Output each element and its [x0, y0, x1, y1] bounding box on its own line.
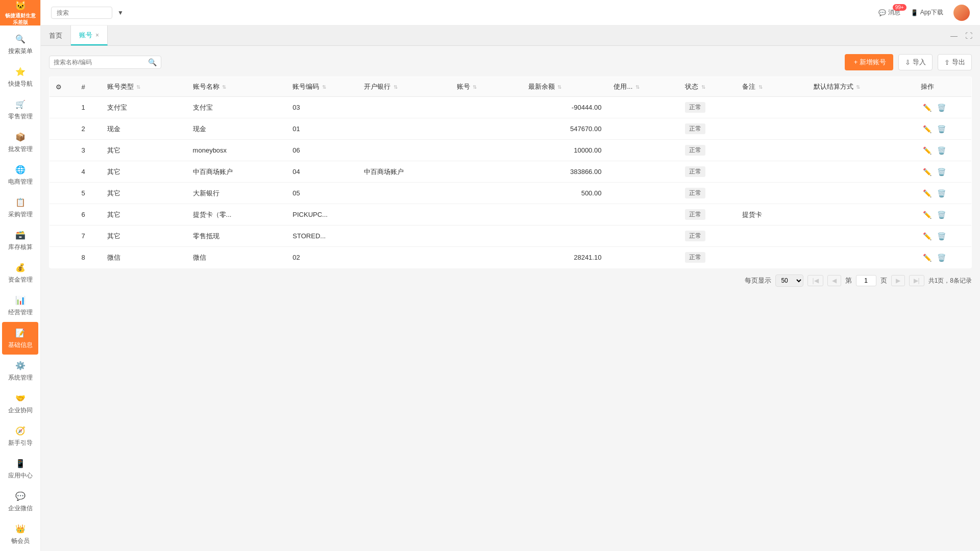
sidebar-item-vip[interactable]: 👑畅会员	[0, 518, 40, 550]
sidebar-item-basic-info[interactable]: 📝基础信息	[2, 322, 38, 355]
add-account-button[interactable]: + 新增账号	[845, 54, 893, 70]
tab-home[interactable]: 首页	[41, 26, 71, 45]
col-default-header[interactable]: 默认结算方式 ⇅	[807, 77, 915, 97]
edit-button-2[interactable]: ✏️	[921, 145, 934, 156]
app-logo: 🐱 畅捷通财生意乐差版	[0, 0, 40, 26]
row-status-6: 正常	[679, 226, 736, 247]
tab-maximize-button[interactable]: ⛶	[963, 31, 975, 41]
table-row: 2 现金 现金 01 547670.00 正常 ✏️ 🗑️	[50, 118, 972, 140]
delete-button-4[interactable]: 🗑️	[935, 188, 948, 198]
edit-button-1[interactable]: ✏️	[921, 124, 934, 134]
page-next-button[interactable]: ▶	[891, 275, 905, 286]
sidebar-item-purchase[interactable]: 📋采购管理	[0, 191, 40, 224]
sidebar-item-quick-nav[interactable]: ⭐快捷导航	[0, 61, 40, 93]
row-op-7: ✏️ 🗑️	[915, 247, 972, 268]
page-first-button[interactable]: |◀	[807, 275, 823, 286]
sidebar-item-app-center[interactable]: 📱应用中心	[0, 453, 40, 485]
col-name-header[interactable]: 账号名称 ⇅	[187, 77, 287, 97]
col-type-header[interactable]: 账号类型 ⇅	[101, 77, 187, 97]
sidebar-item-ecommerce[interactable]: 🌐电商管理	[0, 159, 40, 191]
row-default-6	[807, 226, 915, 247]
sidebar-item-finance[interactable]: 💰资金管理	[0, 257, 40, 289]
delete-button-3[interactable]: 🗑️	[935, 167, 948, 177]
row-code-0: 03	[286, 97, 358, 118]
edit-button-7[interactable]: ✏️	[921, 253, 934, 263]
tab-account[interactable]: 账号 ×	[71, 26, 108, 45]
status-badge-4: 正常	[685, 188, 705, 198]
row-usage-0	[607, 97, 679, 118]
delete-button-7[interactable]: 🗑️	[935, 253, 948, 263]
row-remark-1	[736, 118, 807, 140]
row-balance-5	[522, 204, 608, 226]
col-account-header[interactable]: 账号 ⇅	[451, 77, 522, 97]
page-prev-button[interactable]: ◀	[827, 275, 841, 286]
search-input[interactable]	[54, 59, 148, 66]
edit-button-5[interactable]: ✏️	[921, 210, 934, 220]
sidebar-item-retail[interactable]: 🛒零售管理	[0, 93, 40, 126]
sidebar-label-enterprise: 企业协同	[8, 406, 33, 415]
row-remark-5: 提货卡	[736, 204, 807, 226]
sidebar-item-search-menu[interactable]: 🔍搜索菜单	[0, 28, 40, 61]
pagination-bar: 每页显示 50 20 100 |◀ ◀ 第 页 ▶ ▶| 共1页，8条记录	[49, 268, 972, 287]
status-badge-1: 正常	[685, 123, 705, 134]
message-button[interactable]: 💬 消息 99+	[878, 8, 900, 17]
status-badge-6: 正常	[685, 231, 705, 241]
sidebar-item-inventory[interactable]: 🗃️库存核算	[0, 224, 40, 257]
tab-close-button[interactable]: ×	[95, 32, 99, 39]
col-bank-header[interactable]: 开户银行 ⇅	[358, 77, 451, 97]
import-button[interactable]: ⇩ 导入	[898, 54, 933, 70]
header-dropdown[interactable]: ▼	[117, 9, 124, 16]
row-default-1	[807, 118, 915, 140]
search-wrap: 🔍	[49, 56, 161, 69]
tab-minimize-button[interactable]: —	[948, 31, 960, 41]
page-last-button[interactable]: ▶|	[909, 275, 924, 286]
sidebar-item-guide[interactable]: 🧭新手引导	[0, 420, 40, 453]
page-number-input[interactable]	[856, 275, 876, 286]
row-no-6: 7	[76, 226, 101, 247]
finance-icon: 💰	[15, 262, 26, 274]
app-download-button[interactable]: 📱 App下载	[911, 8, 943, 17]
row-usage-2	[607, 140, 679, 161]
row-op-0: ✏️ 🗑️	[915, 97, 972, 118]
status-badge-7: 正常	[685, 252, 705, 263]
edit-button-4[interactable]: ✏️	[921, 188, 934, 198]
delete-button-1[interactable]: 🗑️	[935, 124, 948, 134]
row-no-0: 1	[76, 97, 101, 118]
sidebar-item-operation[interactable]: 📊经营管理	[0, 289, 40, 322]
basic-info-icon: 📝	[15, 327, 26, 339]
delete-button-6[interactable]: 🗑️	[935, 231, 948, 241]
tab-bar-actions: — ⛶	[948, 31, 980, 41]
sidebar-item-enterprise-wechat[interactable]: 💬企业微信	[0, 485, 40, 518]
row-no-5: 6	[76, 204, 101, 226]
col-code-header[interactable]: 账号编码 ⇅	[286, 77, 358, 97]
row-settings-6	[50, 226, 76, 247]
edit-button-6[interactable]: ✏️	[921, 231, 934, 241]
row-usage-5	[607, 204, 679, 226]
delete-button-5[interactable]: 🗑️	[935, 210, 948, 220]
col-remark-header[interactable]: 备注 ⇅	[736, 77, 807, 97]
sort-icon-usage: ⇅	[635, 84, 640, 90]
avatar[interactable]	[953, 5, 970, 21]
export-button[interactable]: ⇧ 导出	[938, 54, 972, 70]
row-default-4	[807, 183, 915, 204]
row-op-6: ✏️ 🗑️	[915, 226, 972, 247]
col-balance-header[interactable]: 最新余额 ⇅	[522, 77, 608, 97]
edit-button-0[interactable]: ✏️	[921, 103, 934, 113]
import-label: 导入	[913, 58, 926, 67]
row-status-5: 正常	[679, 204, 736, 226]
table-row: 6 其它 提货卡（零... PICKUPC... 正常 提货卡 ✏️ 🗑️	[50, 204, 972, 226]
mobile-icon: 📱	[911, 9, 918, 16]
page-size-select[interactable]: 50 20 100	[775, 274, 803, 287]
sidebar-item-wholesale[interactable]: 📦批发管理	[0, 126, 40, 159]
header-search-input[interactable]	[51, 7, 112, 19]
delete-button-2[interactable]: 🗑️	[935, 145, 948, 156]
col-settings-header[interactable]: ⚙	[50, 77, 76, 97]
sidebar-item-enterprise[interactable]: 🤝企业协同	[0, 387, 40, 420]
sidebar-item-system[interactable]: ⚙️系统管理	[0, 355, 40, 387]
col-usage-header[interactable]: 使用... ⇅	[607, 77, 679, 97]
sort-icon-account: ⇅	[473, 84, 477, 90]
delete-button-0[interactable]: 🗑️	[935, 103, 948, 113]
col-status-header[interactable]: 状态 ⇅	[679, 77, 736, 97]
edit-button-3[interactable]: ✏️	[921, 167, 934, 177]
row-balance-3: 383866.00	[522, 161, 608, 183]
